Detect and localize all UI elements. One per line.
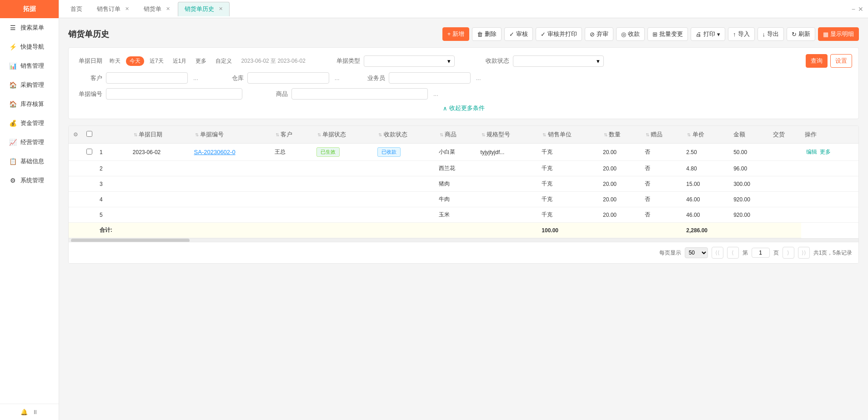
audit-print-button[interactable]: ✓ 审核并打印: [536, 27, 582, 41]
warehouse-input[interactable]: [247, 72, 329, 84]
staff-input[interactable]: [389, 72, 471, 84]
tab-sales-goods[interactable]: 销货单 ✕: [137, 2, 177, 16]
collect-button[interactable]: ◎ 收款: [616, 27, 645, 41]
sidebar-item-sys-mgmt[interactable]: ⚙ 系统管理: [0, 171, 59, 190]
show-detail-button[interactable]: ▦ 显示明细: [818, 27, 859, 41]
goods-ellipsis[interactable]: ...: [433, 90, 438, 97]
sidebar-item-inventory[interactable]: 🏠 库存核算: [0, 95, 59, 114]
row-checkbox[interactable]: [82, 144, 96, 161]
row-spec: [477, 176, 538, 192]
date-tag-7days[interactable]: 近7天: [146, 56, 167, 66]
sidebar-bottom-icon1[interactable]: 🔔: [20, 409, 28, 415]
row-seq: 1: [96, 144, 129, 161]
abandon-button[interactable]: ⊘ 弃审: [585, 27, 613, 41]
warehouse-ellipsis[interactable]: ...: [335, 75, 340, 81]
first-page-btn[interactable]: ⟨⟨: [712, 247, 723, 259]
audit-button[interactable]: ✓ 审核: [504, 27, 533, 41]
tab-sales-history[interactable]: 销货单历史 ✕: [178, 2, 230, 16]
col-doc-status[interactable]: ⇅ 单据状态: [313, 126, 374, 144]
abandon-icon: ⊘: [590, 31, 595, 38]
sidebar-item-finance-mgmt[interactable]: 💰 资金管理: [0, 114, 59, 133]
row-collect-status: 已收款: [374, 144, 435, 161]
col-qty[interactable]: ⇅ 数量: [599, 126, 641, 144]
doc-no-input[interactable]: [106, 88, 242, 100]
date-tag-1month[interactable]: 近1月: [169, 56, 191, 66]
last-page-btn[interactable]: ⟩⟩: [798, 247, 810, 259]
row-doc-status: 已生效: [313, 144, 374, 161]
col-goods[interactable]: ⇅ 商品: [435, 126, 477, 144]
import-button[interactable]: ↑ 导入: [728, 27, 755, 41]
row-checkbox[interactable]: [82, 161, 96, 176]
sidebar-item-ops-mgmt[interactable]: 📈 经营管理: [0, 133, 59, 152]
prev-page-btn[interactable]: ⟨: [727, 247, 739, 259]
date-tag-today[interactable]: 今天: [126, 56, 144, 66]
row-checkbox[interactable]: [82, 176, 96, 192]
filter-doc-no: 单据编号: [75, 88, 242, 100]
customer-ellipsis[interactable]: ...: [193, 75, 198, 81]
next-page-btn[interactable]: ⟩: [783, 247, 794, 259]
table-settings-col[interactable]: ⚙: [69, 126, 82, 144]
audit-print-icon: ✓: [541, 31, 546, 38]
tab-sales-order-close[interactable]: ✕: [125, 6, 129, 12]
collect-status-select[interactable]: ▾: [513, 55, 604, 67]
filter-row-1: 单据日期 昨天 今天 近7天 近1月 更多 自定义 2023-06-02 至 2…: [75, 54, 852, 68]
col-price[interactable]: ⇅ 单价: [682, 126, 730, 144]
select-all-checkbox[interactable]: [86, 131, 92, 137]
sidebar-item-quick-nav[interactable]: ⚡ 快捷导航: [0, 37, 59, 56]
tab-sales-history-close[interactable]: ✕: [219, 6, 223, 12]
export-button[interactable]: ↓ 导出: [758, 27, 784, 41]
goods-input[interactable]: [291, 88, 428, 100]
tab-home[interactable]: 首页: [64, 2, 89, 16]
sidebar-item-purchase-mgmt[interactable]: 🏠 采购管理: [0, 75, 59, 95]
date-tag-more[interactable]: 更多: [192, 56, 210, 66]
row-gift: 否: [641, 176, 683, 192]
row-customer: [271, 192, 313, 207]
batch-change-button[interactable]: ⊞ 批量变更: [647, 27, 688, 41]
col-doc-date[interactable]: ⇅ 单据日期: [129, 126, 191, 144]
print-label: 打印: [703, 30, 715, 38]
sidebar-item-search-menu[interactable]: ☰ 搜索菜单: [0, 18, 59, 37]
date-tag-custom[interactable]: 自定义: [212, 56, 236, 66]
row-checkbox[interactable]: [82, 207, 96, 223]
more-button[interactable]: 更多: [820, 149, 831, 155]
date-tag-yesterday[interactable]: 昨天: [106, 56, 124, 66]
edit-button[interactable]: 编辑: [806, 149, 817, 155]
col-doc-no[interactable]: ⇅ 单据编号: [191, 126, 271, 144]
per-page-select[interactable]: 50 10 20 100: [685, 247, 708, 258]
staff-ellipsis[interactable]: ...: [476, 75, 481, 81]
tab-bar-min-icon[interactable]: −: [852, 5, 855, 13]
collapse-label: 收起更多条件: [449, 104, 485, 112]
new-button[interactable]: + 新增: [442, 27, 469, 41]
row-trade: [769, 176, 801, 192]
summary-price: [641, 223, 683, 238]
collapse-button[interactable]: ∧ 收起更多条件: [75, 104, 852, 112]
col-spec[interactable]: ⇅ 规格型号: [477, 126, 538, 144]
col-collect-status[interactable]: ⇅ 收款状态: [374, 126, 435, 144]
sidebar-bottom-icon2[interactable]: ⏸: [32, 409, 38, 415]
tab-sales-goods-close[interactable]: ✕: [166, 6, 170, 12]
delete-button[interactable]: 🗑 删除: [472, 27, 502, 41]
refresh-button[interactable]: ↻ 刷新: [787, 27, 815, 41]
doc-type-select[interactable]: ▾: [364, 55, 455, 67]
col-customer[interactable]: ⇅ 客户: [271, 126, 313, 144]
tab-sales-order[interactable]: 销售订单 ✕: [90, 2, 136, 16]
settings-button[interactable]: 设置: [830, 54, 852, 68]
refresh-icon: ↻: [792, 31, 797, 38]
query-button[interactable]: 查询: [806, 54, 828, 68]
row-doc-no: [191, 192, 271, 207]
row-doc-status: [313, 176, 374, 192]
sidebar-item-label: 经营管理: [20, 138, 44, 146]
table-row: 3 猪肉 千克 20.00 否 15.00 300.00: [69, 176, 858, 192]
row-checkbox[interactable]: [82, 192, 96, 207]
tab-bar-close-icon[interactable]: ✕: [858, 5, 863, 13]
customer-input[interactable]: [106, 72, 188, 84]
sidebar-item-label: 资金管理: [20, 119, 44, 127]
summary-empty: 合计:: [96, 223, 129, 238]
sidebar-item-basic-info[interactable]: 📋 基础信息: [0, 152, 59, 171]
col-gift[interactable]: ⇅ 赠品: [641, 126, 683, 144]
sidebar-item-sales-mgmt[interactable]: 📊 销售管理: [0, 56, 59, 75]
col-unit[interactable]: ⇅ 销售单位: [538, 126, 599, 144]
print-button[interactable]: 🖨 打印 ▾: [691, 27, 725, 41]
page-input[interactable]: [752, 248, 770, 258]
filter-staff: 业务员 ...: [358, 72, 481, 84]
